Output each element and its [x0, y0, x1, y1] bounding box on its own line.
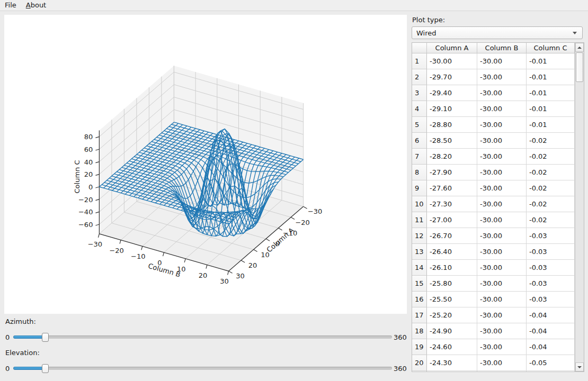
table-cell[interactable]: -0.01: [527, 53, 575, 69]
row-number-cell[interactable]: 8: [412, 165, 427, 180]
menu-item-file[interactable]: File: [0, 0, 21, 11]
table-cell[interactable]: -0.03: [527, 260, 575, 276]
table-cell[interactable]: -0.02: [527, 212, 575, 228]
table-scrollbar[interactable]: [575, 43, 584, 371]
elevation-slider-handle[interactable]: [42, 364, 49, 373]
table-cell[interactable]: -0.03: [527, 276, 575, 292]
column-header-cb[interactable]: Column B: [477, 43, 527, 53]
row-number-cell[interactable]: 19: [412, 339, 427, 355]
column-header-ca[interactable]: Column A: [427, 43, 477, 53]
scrollbar-thumb[interactable]: [576, 52, 583, 82]
row-number-cell[interactable]: 9: [412, 180, 427, 196]
row-number-cell[interactable]: 15: [412, 276, 427, 292]
table-cell[interactable]: -30.00: [477, 85, 527, 101]
table-cell[interactable]: -28.80: [427, 117, 477, 133]
row-number-cell[interactable]: 16: [412, 292, 427, 307]
table-cell[interactable]: -30.00: [477, 228, 527, 244]
row-number-cell[interactable]: 14: [412, 260, 427, 276]
row-number-cell[interactable]: 1: [412, 53, 427, 69]
table-cell[interactable]: -30.00: [477, 149, 527, 165]
row-number-cell[interactable]: 10: [412, 196, 427, 212]
row-number-cell[interactable]: 20: [412, 355, 427, 371]
azimuth-slider-handle[interactable]: [42, 333, 49, 342]
menu-item-about[interactable]: About: [21, 0, 51, 11]
column-header-cc[interactable]: Column C: [527, 43, 575, 53]
table-cell[interactable]: -0.05: [527, 355, 575, 371]
elevation-slider[interactable]: [13, 367, 392, 370]
table-cell[interactable]: -0.04: [527, 323, 575, 339]
scroll-up-button[interactable]: [575, 43, 584, 52]
table-row: 12-26.70-30.00-0.03: [412, 228, 575, 244]
row-number-cell[interactable]: 7: [412, 149, 427, 165]
row-number-cell[interactable]: 3: [412, 85, 427, 101]
scroll-down-button[interactable]: [575, 362, 584, 371]
table-cell[interactable]: -30.00: [477, 292, 527, 307]
row-number-cell[interactable]: 4: [412, 101, 427, 117]
table-cell[interactable]: -26.70: [427, 228, 477, 244]
row-number-cell[interactable]: 12: [412, 228, 427, 244]
table-cell[interactable]: -28.20: [427, 149, 477, 165]
table-cell[interactable]: -0.02: [527, 165, 575, 180]
table-row: 16-25.50-30.00-0.03: [412, 292, 575, 307]
table-cell[interactable]: -0.04: [527, 339, 575, 355]
table-cell[interactable]: -30.00: [477, 212, 527, 228]
table-corner-cell[interactable]: [412, 43, 427, 53]
table-cell[interactable]: -0.01: [527, 101, 575, 117]
table-row: 18-24.90-30.00-0.04: [412, 323, 575, 339]
table-cell[interactable]: -27.30: [427, 196, 477, 212]
row-number-cell[interactable]: 2: [412, 69, 427, 85]
table-cell[interactable]: -30.00: [477, 307, 527, 323]
table-cell[interactable]: -30.00: [477, 260, 527, 276]
table-cell[interactable]: -0.01: [527, 117, 575, 133]
table-cell[interactable]: -24.90: [427, 323, 477, 339]
plot-3d-canvas[interactable]: −30−20−100102030−30−20−10010203080604020…: [4, 15, 407, 314]
table-cell[interactable]: -0.02: [527, 149, 575, 165]
table-cell[interactable]: -0.03: [527, 292, 575, 307]
table-cell[interactable]: -27.90: [427, 165, 477, 180]
table-cell[interactable]: -30.00: [477, 133, 527, 149]
table-cell[interactable]: -30.00: [477, 339, 527, 355]
table-cell[interactable]: -30.00: [477, 276, 527, 292]
table-cell[interactable]: -29.40: [427, 85, 477, 101]
row-number-cell[interactable]: 18: [412, 323, 427, 339]
table-cell[interactable]: -0.04: [527, 307, 575, 323]
table-cell[interactable]: -0.03: [527, 228, 575, 244]
table-cell[interactable]: -0.03: [527, 244, 575, 260]
table-cell[interactable]: -25.50: [427, 292, 477, 307]
row-number-cell[interactable]: 13: [412, 244, 427, 260]
table-cell[interactable]: -24.30: [427, 355, 477, 371]
table-cell[interactable]: -30.00: [477, 117, 527, 133]
table-cell[interactable]: -25.80: [427, 276, 477, 292]
table-cell[interactable]: -30.00: [477, 355, 527, 371]
table-cell[interactable]: -30.00: [477, 53, 527, 69]
table-cell[interactable]: -30.00: [477, 323, 527, 339]
table-cell[interactable]: -30.00: [477, 180, 527, 196]
table-cell[interactable]: -29.70: [427, 69, 477, 85]
table-cell[interactable]: -24.60: [427, 339, 477, 355]
table-cell[interactable]: -25.20: [427, 307, 477, 323]
table-cell[interactable]: -30.00: [477, 196, 527, 212]
table-cell[interactable]: -27.60: [427, 180, 477, 196]
azimuth-slider[interactable]: [13, 335, 392, 339]
row-number-cell[interactable]: 11: [412, 212, 427, 228]
table-cell[interactable]: -0.02: [527, 196, 575, 212]
table-cell[interactable]: -0.01: [527, 85, 575, 101]
table-cell[interactable]: -30.00: [477, 244, 527, 260]
table-cell[interactable]: -27.00: [427, 212, 477, 228]
row-number-cell[interactable]: 6: [412, 133, 427, 149]
row-number-cell[interactable]: 5: [412, 117, 427, 133]
table-cell[interactable]: -28.50: [427, 133, 477, 149]
table-cell[interactable]: -30.00: [427, 53, 477, 69]
table-cell[interactable]: -26.40: [427, 244, 477, 260]
table-cell[interactable]: -29.10: [427, 101, 477, 117]
row-number-cell[interactable]: 17: [412, 307, 427, 323]
plot-type-dropdown[interactable]: Wired: [412, 26, 583, 39]
table-cell[interactable]: -30.00: [477, 69, 527, 85]
table-cell[interactable]: -26.10: [427, 260, 477, 276]
table-cell[interactable]: -0.02: [527, 133, 575, 149]
table-cell[interactable]: -0.01: [527, 69, 575, 85]
svg-text:−30: −30: [308, 207, 322, 215]
table-cell[interactable]: -30.00: [477, 165, 527, 180]
table-cell[interactable]: -0.02: [527, 180, 575, 196]
table-cell[interactable]: -30.00: [477, 101, 527, 117]
